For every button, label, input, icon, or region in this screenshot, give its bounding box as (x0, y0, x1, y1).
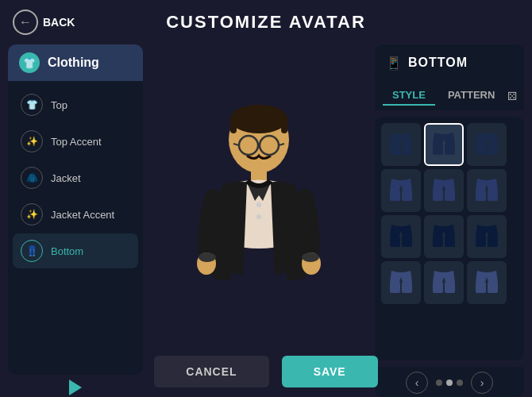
avatar-svg (179, 86, 338, 356)
svg-rect-3 (281, 118, 287, 133)
grid-row-1 (381, 169, 518, 212)
pants-icon-3-0 (388, 268, 414, 298)
svg-rect-19 (402, 144, 412, 155)
right-panel: 📱 BOTTOM STYLE PATTERN ⚄ ‹ › (375, 44, 524, 397)
avatar-area (151, 44, 367, 397)
svg-rect-29 (488, 190, 498, 201)
svg-rect-2 (230, 118, 237, 133)
style-cell-2-1[interactable] (424, 215, 464, 258)
pants-icon-1-2 (474, 175, 499, 206)
back-circle-icon: ← (13, 10, 38, 35)
svg-rect-32 (433, 236, 443, 247)
svg-rect-24 (390, 190, 400, 201)
svg-rect-40 (476, 282, 486, 293)
sidebar-items-list: 👕Top✨Top Accent🧥Jacket✨Jacket Accent👖Bot… (8, 81, 143, 375)
panel-title: BOTTOM (408, 56, 468, 70)
grid-row-3 (381, 261, 518, 304)
jacket-accent-label: Jacket Accent (51, 209, 114, 221)
svg-rect-39 (445, 282, 455, 293)
svg-rect-31 (402, 236, 412, 247)
svg-rect-34 (476, 236, 486, 247)
back-button[interactable]: ← BACK (13, 10, 75, 35)
pants-icon-0-1 (431, 129, 457, 160)
style-cell-3-1[interactable] (424, 261, 464, 304)
top-icon: 👕 (21, 94, 43, 116)
random-icon[interactable]: ⚄ (507, 87, 517, 106)
svg-rect-25 (402, 190, 412, 201)
svg-rect-28 (476, 190, 486, 201)
header: ← BACK CUSTOMIZE AVATAR (0, 0, 532, 44)
pants-icon-2-0 (388, 222, 414, 252)
svg-rect-33 (445, 236, 455, 247)
grid-row-0 (381, 123, 518, 166)
pants-icon-2-2 (474, 222, 499, 252)
style-grid (375, 117, 524, 360)
style-cell-2-0[interactable] (381, 215, 421, 258)
category-label: Clothing (48, 56, 99, 70)
panel-tabs-row: STYLE PATTERN ⚄ (375, 81, 524, 110)
tab-pattern[interactable]: PATTERN (438, 86, 504, 106)
svg-rect-26 (433, 190, 443, 201)
svg-rect-23 (488, 144, 498, 155)
style-cell-0-1[interactable] (424, 123, 464, 166)
panel-top-area: 📱 BOTTOM STYLE PATTERN ⚄ (375, 44, 524, 110)
style-cell-0-0[interactable] (381, 123, 421, 166)
grid-row-2 (381, 215, 518, 258)
svg-point-16 (199, 252, 216, 262)
jacket-label: Jacket (51, 172, 81, 184)
svg-rect-38 (433, 282, 443, 293)
jacket-icon: 🧥 (21, 167, 43, 189)
style-cell-1-0[interactable] (381, 169, 421, 212)
panel-header: 📱 BOTTOM (375, 44, 524, 81)
avatar-container (172, 78, 346, 364)
svg-rect-21 (445, 144, 455, 155)
svg-point-17 (302, 252, 319, 262)
style-cell-1-2[interactable] (467, 169, 507, 212)
sidebar-item-bottom[interactable]: 👖Bottom (13, 233, 138, 268)
svg-rect-41 (488, 282, 498, 293)
top-accent-icon: ✨ (21, 130, 43, 152)
back-label: BACK (43, 16, 75, 29)
sidebar-item-top-accent[interactable]: ✨Top Accent (13, 124, 138, 159)
pants-icon-3-2 (474, 268, 499, 298)
svg-rect-18 (390, 144, 400, 155)
style-cell-3-2[interactable] (467, 261, 507, 304)
pants-icon-3-1 (431, 268, 457, 298)
svg-rect-35 (488, 236, 498, 247)
top-label: Top (51, 99, 67, 111)
style-cell-3-0[interactable] (381, 261, 421, 304)
bottom-bar: CANCEL SAVE (0, 356, 532, 387)
svg-rect-10 (229, 314, 254, 337)
style-cell-2-2[interactable] (467, 215, 507, 258)
svg-rect-37 (402, 282, 412, 293)
svg-rect-11 (264, 314, 289, 337)
svg-point-1 (230, 105, 287, 133)
svg-rect-36 (390, 282, 400, 293)
page-title: CUSTOMIZE AVATAR (166, 12, 366, 33)
sidebar-item-jacket-accent[interactable]: ✨Jacket Accent (13, 197, 138, 232)
clothing-icon: 👕 (19, 52, 40, 73)
svg-point-15 (256, 214, 261, 219)
bottom-icon: 👖 (21, 240, 43, 262)
tab-style[interactable]: STYLE (383, 86, 435, 106)
sidebar: 👕 Clothing 👕Top✨Top Accent🧥Jacket✨Jacket… (8, 44, 143, 397)
pants-icon-1-1 (431, 175, 457, 206)
bottom-panel-icon: 📱 (386, 56, 402, 71)
sidebar-item-jacket[interactable]: 🧥Jacket (13, 160, 138, 195)
svg-rect-22 (476, 144, 486, 155)
sidebar-category: 👕 Clothing (8, 44, 143, 81)
save-button[interactable]: SAVE (282, 356, 378, 387)
jacket-accent-icon: ✨ (21, 203, 43, 225)
svg-rect-30 (390, 236, 400, 247)
main-content: 👕 Clothing 👕Top✨Top Accent🧥Jacket✨Jacket… (0, 44, 532, 397)
svg-point-14 (256, 202, 261, 207)
bottom-label: Bottom (51, 245, 83, 257)
svg-rect-20 (433, 144, 443, 155)
sidebar-item-top[interactable]: 👕Top (13, 87, 138, 122)
style-cell-1-1[interactable] (424, 169, 464, 212)
svg-rect-27 (445, 190, 455, 201)
pants-icon-2-1 (431, 222, 457, 252)
cancel-button[interactable]: CANCEL (154, 356, 268, 387)
style-cell-0-2[interactable] (467, 123, 507, 166)
pants-icon-0-2 (474, 129, 499, 160)
